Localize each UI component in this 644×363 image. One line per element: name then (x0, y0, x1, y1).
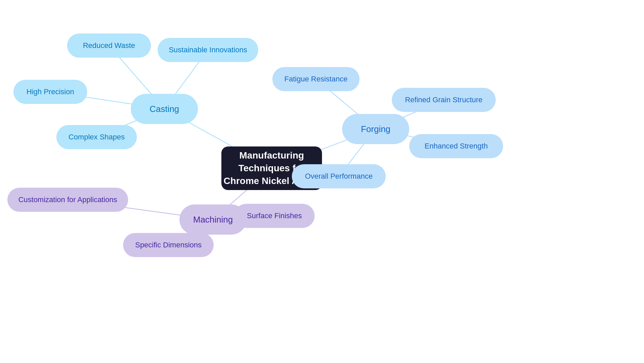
casting-label: Casting (150, 104, 179, 114)
reduced-waste-node[interactable]: Reduced Waste (67, 34, 151, 58)
enhanced-strength-node[interactable]: Enhanced Strength (409, 134, 503, 158)
surface-finishes-label: Surface Finishes (247, 211, 302, 220)
casting-node[interactable]: Casting (131, 94, 198, 124)
specific-dimensions-node[interactable]: Specific Dimensions (123, 233, 214, 257)
overall-performance-node[interactable]: Overall Performance (292, 164, 386, 188)
enhanced-strength-label: Enhanced Strength (425, 142, 488, 150)
forging-node[interactable]: Forging (342, 114, 409, 144)
fatigue-resistance-label: Fatigue Resistance (284, 75, 347, 83)
overall-performance-label: Overall Performance (305, 172, 373, 181)
sustainable-innovations-node[interactable]: Sustainable Innovations (158, 38, 258, 62)
complex-shapes-label: Complex Shapes (68, 133, 125, 141)
complex-shapes-node[interactable]: Complex Shapes (56, 125, 137, 149)
high-precision-node[interactable]: High Precision (13, 80, 87, 104)
sustainable-label: Sustainable Innovations (169, 46, 247, 54)
customization-label: Customization for Applications (18, 195, 117, 204)
customization-node[interactable]: Customization for Applications (7, 188, 128, 212)
specific-dimensions-label: Specific Dimensions (135, 241, 202, 249)
refined-grain-label: Refined Grain Structure (405, 96, 482, 104)
reduced-waste-label: Reduced Waste (83, 41, 135, 50)
machining-label: Machining (193, 215, 233, 225)
surface-finishes-node[interactable]: Surface Finishes (234, 204, 315, 228)
forging-label: Forging (361, 124, 390, 134)
fatigue-resistance-node[interactable]: Fatigue Resistance (272, 67, 360, 91)
refined-grain-node[interactable]: Refined Grain Structure (392, 88, 496, 112)
high-precision-label: High Precision (26, 87, 74, 96)
